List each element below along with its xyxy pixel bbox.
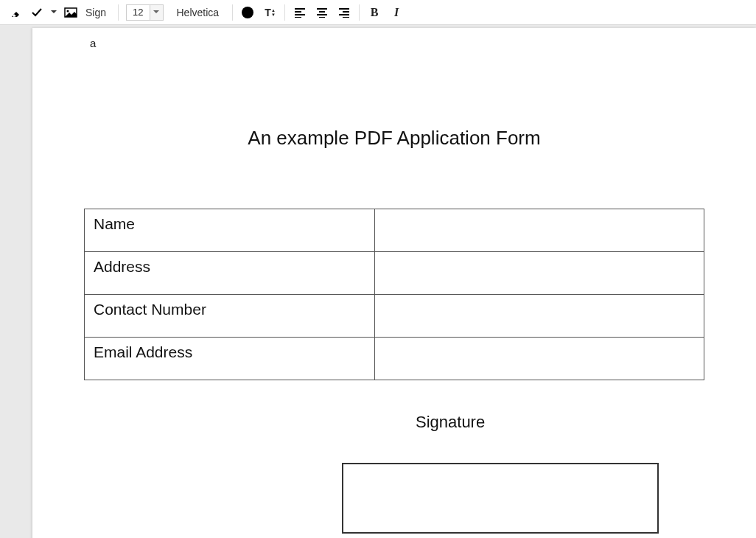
font-size-selector[interactable]: 12 (126, 4, 163, 21)
chevron-down-icon[interactable] (150, 5, 163, 20)
align-center-icon[interactable] (312, 2, 332, 23)
sign-button[interactable]: Sign (83, 7, 113, 18)
font-name-selector[interactable]: Helvetica (168, 7, 228, 18)
field-label: Email Address (85, 338, 375, 380)
checkmark-icon[interactable] (27, 2, 47, 23)
separator (118, 4, 119, 21)
text-spacing-button[interactable]: T▲▼ (259, 2, 280, 23)
separator (359, 4, 360, 21)
field-value[interactable] (375, 252, 704, 295)
document-title: An example PDF Application Form (32, 127, 756, 150)
checkmark-dropdown-icon[interactable] (49, 2, 59, 23)
italic-button[interactable]: I (386, 2, 407, 23)
signature-label: Signature (416, 413, 756, 432)
text-cursor-char: a (90, 37, 96, 49)
application-form-table: Name Address Contact Number Email Addres… (84, 209, 704, 380)
align-right-icon[interactable] (334, 2, 354, 23)
eraser-icon[interactable] (4, 2, 25, 23)
svg-point-1 (67, 10, 69, 12)
table-row: Contact Number (85, 295, 704, 338)
toolbar: Sign 12 Helvetica T▲▼ B I (0, 0, 756, 25)
color-dot-icon (242, 7, 253, 18)
field-value[interactable] (375, 338, 704, 380)
font-size-value: 12 (127, 7, 149, 18)
workspace: a An example PDF Application Form Name A… (0, 25, 756, 538)
field-label: Contact Number (85, 295, 375, 338)
signature-box[interactable] (342, 463, 659, 534)
table-row: Name (85, 209, 704, 252)
field-label: Address (85, 252, 375, 295)
field-label: Name (85, 209, 375, 252)
field-value[interactable] (375, 295, 704, 338)
separator (232, 4, 233, 21)
field-value[interactable] (375, 209, 704, 252)
align-left-icon[interactable] (290, 2, 310, 23)
separator (284, 4, 285, 21)
text-color-button[interactable] (237, 2, 258, 23)
table-row: Address (85, 252, 704, 295)
bold-button[interactable]: B (364, 2, 385, 23)
image-icon[interactable] (60, 2, 81, 23)
pdf-page[interactable]: a An example PDF Application Form Name A… (32, 28, 756, 538)
table-row: Email Address (85, 338, 704, 380)
